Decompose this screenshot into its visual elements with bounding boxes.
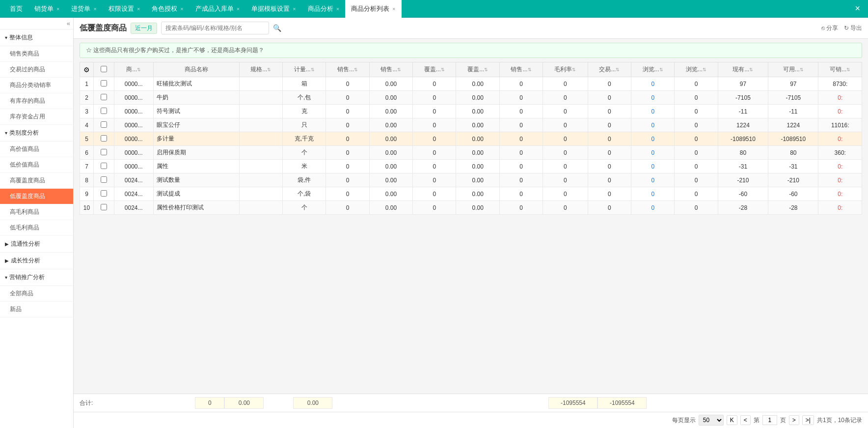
col-checkbox[interactable]: [94, 62, 114, 77]
col-view2[interactable]: 浏览...⇅: [675, 62, 718, 77]
table-cell[interactable]: [94, 105, 114, 118]
sidebar-item-low-value[interactable]: 低价值商品: [0, 157, 73, 173]
row-checkbox[interactable]: [101, 108, 107, 114]
row-checkbox[interactable]: [101, 204, 107, 210]
table-cell[interactable]: [94, 91, 114, 105]
sidebar-item-stocked-products[interactable]: 有库存的商品: [0, 93, 73, 109]
col-sellable[interactable]: 可销...⇅: [818, 62, 862, 77]
sidebar-section-overall[interactable]: ▾ 整体信息: [0, 29, 73, 46]
page-number-input[interactable]: [762, 415, 777, 425]
nav-close-permission[interactable]: ×: [137, 6, 140, 12]
col-cover1[interactable]: 覆盖...⇅: [413, 62, 456, 77]
nav-close-sales-order[interactable]: ×: [56, 6, 59, 12]
col-transaction[interactable]: 交易...⇅: [588, 62, 631, 77]
date-filter-button[interactable]: 近一月: [131, 23, 157, 34]
nav-close-purchase-order[interactable]: ×: [93, 6, 96, 12]
col-name[interactable]: 商品名称: [153, 62, 239, 77]
sidebar-section-circulation[interactable]: ▶ 流通性分析: [0, 236, 73, 253]
search-icon[interactable]: 🔍: [273, 24, 281, 32]
col-available-stock[interactable]: 可用...⇅: [768, 62, 818, 77]
row-checkbox[interactable]: [101, 80, 107, 86]
nav-role-auth[interactable]: 角色授权 ×: [146, 0, 189, 18]
table-cell[interactable]: 0: [631, 160, 675, 173]
col-code[interactable]: 商...⇅: [114, 62, 153, 77]
nav-finished-goods[interactable]: 产成品入库单 ×: [190, 0, 245, 18]
col-view1[interactable]: 浏览...⇅: [631, 62, 675, 77]
nav-close-role-auth[interactable]: ×: [180, 6, 183, 12]
table-cell[interactable]: [94, 77, 114, 91]
next-page-button[interactable]: >: [789, 415, 799, 425]
sidebar-item-low-margin[interactable]: 低毛利商品: [0, 220, 73, 236]
row-checkbox[interactable]: [101, 176, 107, 183]
row-checkbox[interactable]: [101, 190, 107, 197]
col-settings[interactable]: ⚙: [80, 62, 94, 77]
table-cell[interactable]: [94, 173, 114, 187]
table-cell[interactable]: 0: [631, 91, 675, 105]
nav-close-finished-goods[interactable]: ×: [237, 6, 240, 12]
table-cell[interactable]: [94, 187, 114, 201]
sidebar-item-low-coverage[interactable]: 低覆盖度商品: [0, 189, 73, 204]
sidebar-item-new-products[interactable]: 新品: [0, 302, 73, 317]
row-checkbox[interactable]: [101, 135, 107, 142]
row-checkbox[interactable]: [101, 163, 107, 169]
table-cell[interactable]: [94, 201, 114, 215]
nav-purchase-order[interactable]: 进货单 ×: [65, 0, 102, 18]
table-cell[interactable]: [94, 118, 114, 132]
col-gross-margin[interactable]: 毛利率⇅: [543, 62, 588, 77]
table-cell[interactable]: [94, 132, 114, 146]
row-checkbox[interactable]: [101, 94, 107, 100]
table-cell[interactable]: 0: [631, 187, 675, 201]
sidebar-item-inventory-capital[interactable]: 库存资金占用: [0, 109, 73, 125]
export-button[interactable]: ↻ 导出: [844, 24, 862, 32]
table-cell[interactable]: 0: [631, 201, 675, 215]
col-sale-count[interactable]: 销售...⇅: [326, 62, 369, 77]
sidebar-item-high-coverage[interactable]: 高覆盖度商品: [0, 173, 73, 189]
page-size-select[interactable]: 50 100 200: [699, 415, 724, 426]
column-settings-button[interactable]: ⚙: [83, 66, 90, 74]
row-checkbox[interactable]: [101, 149, 107, 155]
col-spec[interactable]: 规格...⇅: [239, 62, 282, 77]
share-button[interactable]: ⎋ 分享: [821, 24, 838, 32]
nav-close-analysis-list[interactable]: ×: [392, 6, 395, 12]
table-cell[interactable]: 0: [631, 146, 675, 160]
sidebar-section-category[interactable]: ▾ 类别度分析: [0, 125, 73, 142]
nav-product-analysis[interactable]: 商品分析 ×: [302, 0, 345, 18]
col-unit[interactable]: 计量...⇅: [283, 62, 326, 77]
select-all-checkbox[interactable]: [101, 66, 107, 72]
table-cell[interactable]: 0: [631, 77, 675, 91]
search-input[interactable]: [161, 22, 269, 34]
close-all-tabs[interactable]: ×: [851, 3, 864, 14]
col-sale-qty[interactable]: 销售...⇅: [499, 62, 542, 77]
sidebar-item-traded-products[interactable]: 交易过的商品: [0, 62, 73, 78]
col-cover2[interactable]: 覆盖...⇅: [456, 62, 499, 77]
sidebar-item-sales-products[interactable]: 销售类商品: [0, 46, 73, 62]
table-cell[interactable]: 0: [631, 132, 675, 146]
sidebar-item-high-margin[interactable]: 高毛利商品: [0, 204, 73, 220]
sidebar-item-all-products[interactable]: 全部商品: [0, 286, 73, 302]
col-sale-amount[interactable]: 销售...⇅: [369, 62, 412, 77]
table-cell[interactable]: 0: [631, 118, 675, 132]
nav-home[interactable]: 首页: [4, 0, 28, 18]
sidebar-section-growth[interactable]: ▶ 成长性分析: [0, 253, 73, 269]
first-page-button[interactable]: K: [727, 415, 737, 425]
prev-page-button[interactable]: <: [740, 415, 751, 425]
sidebar-section-marketing[interactable]: ▾ 营销推广分析: [0, 269, 73, 286]
nav-close-template[interactable]: ×: [293, 6, 296, 12]
sidebar-collapse-button[interactable]: «: [67, 20, 70, 27]
nav-sales-order[interactable]: 销货单 ×: [28, 0, 65, 18]
sidebar-item-high-value[interactable]: 高价值商品: [0, 142, 73, 157]
table-cell: -11: [718, 105, 768, 118]
table-cell: -1089510: [718, 132, 768, 146]
last-page-button[interactable]: >|: [802, 415, 814, 425]
nav-template-settings[interactable]: 单据模板设置 ×: [245, 0, 301, 18]
col-current-stock[interactable]: 现有...⇅: [718, 62, 768, 77]
nav-product-analysis-list[interactable]: 商品分析列表 ×: [345, 0, 401, 18]
table-cell[interactable]: 0: [631, 105, 675, 118]
table-cell[interactable]: [94, 160, 114, 173]
sidebar-item-category-rate[interactable]: 商品分类动销率: [0, 78, 73, 93]
table-cell[interactable]: 0: [631, 173, 675, 187]
table-cell[interactable]: [94, 146, 114, 160]
nav-close-product-analysis[interactable]: ×: [336, 6, 339, 12]
nav-permission-settings[interactable]: 权限设置 ×: [103, 0, 146, 18]
row-checkbox[interactable]: [101, 121, 107, 128]
